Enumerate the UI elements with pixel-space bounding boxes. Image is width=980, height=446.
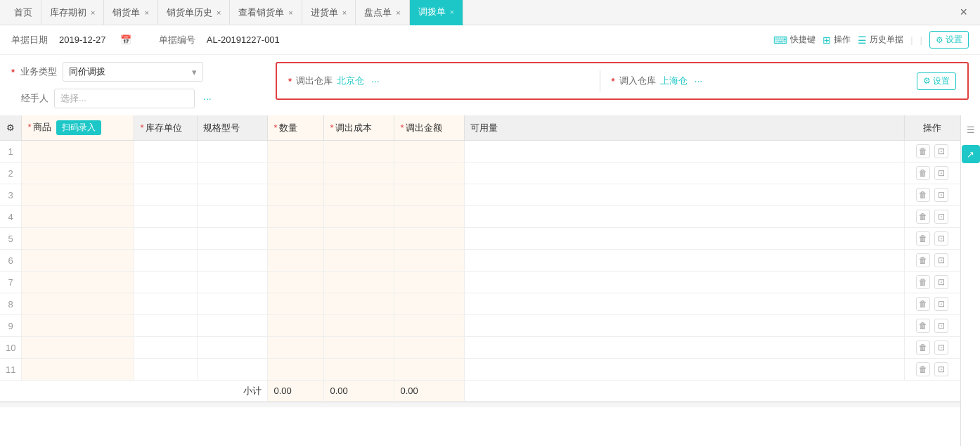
copy-icon-4[interactable]: ⊡ bbox=[934, 210, 948, 224]
tab-sales-order[interactable]: 销货单 × bbox=[104, 0, 157, 25]
cell-cost-4[interactable] bbox=[324, 206, 394, 228]
delete-icon-11[interactable]: 🗑 bbox=[916, 362, 930, 376]
cell-amount-8[interactable] bbox=[394, 293, 465, 315]
cell-cost-2[interactable] bbox=[324, 163, 394, 184]
cell-amount-9[interactable] bbox=[394, 315, 465, 337]
copy-icon-10[interactable]: ⊡ bbox=[934, 340, 948, 355]
tab-close-inventory[interactable]: × bbox=[396, 8, 400, 17]
cell-cost-11[interactable] bbox=[324, 359, 394, 381]
settings-btn[interactable]: ⚙ 设置 bbox=[929, 31, 969, 49]
cell-qty-8[interactable] bbox=[268, 293, 324, 315]
sidebar-export-icon[interactable]: ↗ bbox=[962, 145, 980, 163]
cell-goods-8[interactable] bbox=[22, 293, 134, 315]
cell-qty-11[interactable] bbox=[268, 359, 324, 381]
cell-cost-7[interactable] bbox=[324, 272, 394, 293]
cell-qty-10[interactable] bbox=[268, 337, 324, 359]
delete-icon-5[interactable]: 🗑 bbox=[916, 231, 930, 246]
tab-close-inventory-init[interactable]: × bbox=[91, 8, 95, 17]
cell-cost-10[interactable] bbox=[324, 337, 394, 359]
copy-icon-5[interactable]: ⊡ bbox=[934, 231, 948, 246]
tab-close-sales-order[interactable]: × bbox=[144, 8, 148, 17]
cell-cost-6[interactable] bbox=[324, 250, 394, 272]
in-warehouse-value[interactable]: 上海仓 bbox=[660, 75, 688, 87]
delete-icon-3[interactable]: 🗑 bbox=[916, 188, 930, 202]
calendar-icon[interactable]: 📅 bbox=[120, 34, 131, 45]
cell-goods-3[interactable] bbox=[22, 184, 134, 206]
copy-icon-6[interactable]: ⊡ bbox=[934, 253, 948, 267]
delete-icon-4[interactable]: 🗑 bbox=[916, 210, 930, 224]
tab-close-view-sales[interactable]: × bbox=[288, 8, 292, 17]
cell-qty-7[interactable] bbox=[268, 272, 324, 293]
scan-entry-btn[interactable]: 扫码录入 bbox=[56, 120, 101, 135]
window-close-button[interactable]: × bbox=[953, 5, 974, 20]
cell-qty-3[interactable] bbox=[268, 184, 324, 206]
cell-goods-6[interactable] bbox=[22, 250, 134, 272]
tab-close-purchase[interactable]: × bbox=[342, 8, 347, 17]
cell-amount-7[interactable] bbox=[394, 272, 465, 293]
tab-purchase[interactable]: 进货单 × bbox=[302, 0, 356, 25]
cell-qty-6[interactable] bbox=[268, 250, 324, 272]
handler-select[interactable]: 选择... bbox=[54, 89, 195, 108]
cell-amount-3[interactable] bbox=[394, 184, 465, 206]
cell-amount-6[interactable] bbox=[394, 250, 465, 272]
table-wrapper[interactable]: ⚙ *商品 扫码录入 *库存单位 规格型号 *数量 bbox=[0, 115, 960, 446]
tab-home[interactable]: 首页 bbox=[6, 0, 41, 25]
copy-icon-7[interactable]: ⊡ bbox=[934, 275, 948, 289]
cell-goods-2[interactable] bbox=[22, 163, 134, 184]
in-warehouse-more-btn[interactable]: ··· bbox=[692, 74, 706, 88]
cell-goods-1[interactable] bbox=[22, 141, 134, 163]
cell-amount-4[interactable] bbox=[394, 206, 465, 228]
delete-icon-9[interactable]: 🗑 bbox=[916, 319, 930, 333]
cell-goods-4[interactable] bbox=[22, 206, 134, 228]
out-warehouse-value[interactable]: 北京仓 bbox=[337, 75, 364, 87]
cell-qty-9[interactable] bbox=[268, 315, 324, 337]
handler-more-btn[interactable]: ··· bbox=[200, 91, 214, 106]
delete-icon-7[interactable]: 🗑 bbox=[916, 275, 930, 289]
cell-amount-5[interactable] bbox=[394, 228, 465, 250]
history-btn[interactable]: ☰ 历史单据 bbox=[858, 34, 903, 46]
cell-amount-2[interactable] bbox=[394, 163, 465, 184]
th-settings[interactable]: ⚙ bbox=[0, 115, 22, 141]
cell-qty-5[interactable] bbox=[268, 228, 324, 250]
tab-view-sales[interactable]: 查看销货单 × bbox=[230, 0, 302, 25]
copy-icon-11[interactable]: ⊡ bbox=[934, 362, 948, 376]
copy-icon-2[interactable]: ⊡ bbox=[934, 166, 948, 180]
tab-close-sales-history[interactable]: × bbox=[217, 8, 221, 17]
cell-cost-1[interactable] bbox=[324, 141, 394, 163]
actions-btn[interactable]: ⊞ 操作 bbox=[823, 34, 851, 46]
cell-cost-9[interactable] bbox=[324, 315, 394, 337]
cell-amount-1[interactable] bbox=[394, 141, 465, 163]
delete-icon-2[interactable]: 🗑 bbox=[916, 166, 930, 180]
cell-goods-9[interactable] bbox=[22, 315, 134, 337]
business-type-select[interactable]: 同价调拨 ▾ bbox=[63, 62, 203, 82]
cell-qty-4[interactable] bbox=[268, 206, 324, 228]
delete-icon-10[interactable]: 🗑 bbox=[916, 340, 930, 355]
sidebar-list-icon[interactable]: ☰ bbox=[962, 121, 979, 138]
copy-icon-9[interactable]: ⊡ bbox=[934, 319, 948, 333]
cell-cost-8[interactable] bbox=[324, 293, 394, 315]
copy-icon-8[interactable]: ⊡ bbox=[934, 297, 948, 311]
copy-icon-1[interactable]: ⊡ bbox=[934, 144, 948, 158]
delete-icon-6[interactable]: 🗑 bbox=[916, 253, 930, 267]
tab-transfer[interactable]: 调拨单 × bbox=[410, 0, 463, 25]
tab-inventory[interactable]: 盘点单 × bbox=[356, 0, 409, 25]
cell-goods-11[interactable] bbox=[22, 359, 134, 381]
cell-cost-5[interactable] bbox=[324, 228, 394, 250]
cell-amount-10[interactable] bbox=[394, 337, 465, 359]
copy-icon-3[interactable]: ⊡ bbox=[934, 188, 948, 202]
delete-icon-1[interactable]: 🗑 bbox=[916, 144, 930, 158]
tab-sales-history[interactable]: 销货单历史 × bbox=[158, 0, 230, 25]
shortcut-btn[interactable]: ⌨ 快捷键 bbox=[773, 34, 815, 46]
cell-qty-1[interactable] bbox=[268, 141, 324, 163]
tab-inventory-init[interactable]: 库存期初 × bbox=[41, 0, 104, 25]
tab-close-transfer[interactable]: × bbox=[450, 8, 454, 16]
cell-qty-2[interactable] bbox=[268, 163, 324, 184]
cell-goods-5[interactable] bbox=[22, 228, 134, 250]
out-warehouse-more-btn[interactable]: ··· bbox=[368, 74, 382, 88]
cell-cost-3[interactable] bbox=[324, 184, 394, 206]
warehouse-settings-btn[interactable]: ⚙ 设置 bbox=[917, 72, 956, 90]
cell-goods-7[interactable] bbox=[22, 272, 134, 293]
cell-goods-10[interactable] bbox=[22, 337, 134, 359]
horizontal-scrollbar[interactable] bbox=[0, 402, 960, 407]
cell-amount-11[interactable] bbox=[394, 359, 465, 381]
